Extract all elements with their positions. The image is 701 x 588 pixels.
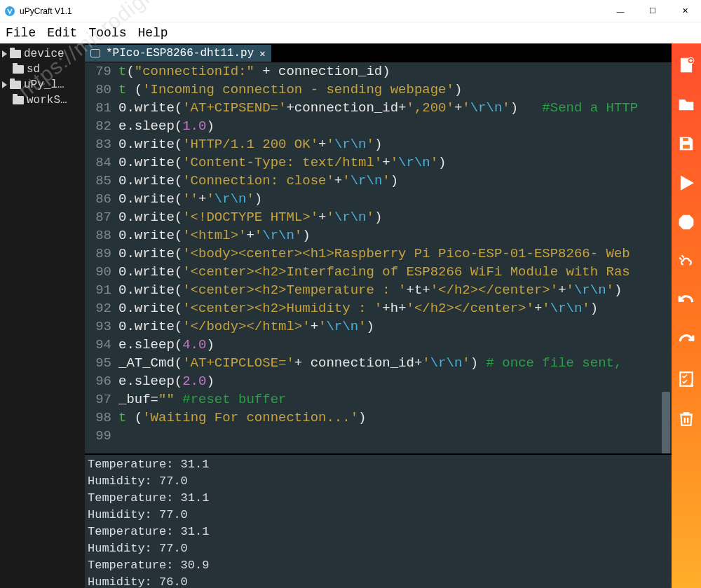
code-line[interactable]: 880.write('<html>'+'\r\n') xyxy=(85,226,672,245)
code-line[interactable]: 97_buf="" #reset buffer xyxy=(85,390,672,409)
menubar: File Edit Tools Help xyxy=(0,22,701,43)
code-line[interactable]: 930.write('</body></html>'+'\r\n') xyxy=(85,317,672,336)
line-number: 93 xyxy=(85,317,118,336)
code-line[interactable]: 79t("connectionId:" + connection_id) xyxy=(85,62,672,81)
delete-button[interactable] xyxy=(676,408,697,429)
line-number: 90 xyxy=(85,263,118,281)
line-number: 98 xyxy=(85,409,118,427)
line-number: 88 xyxy=(85,226,118,245)
line-number: 81 xyxy=(85,99,118,117)
console-line: Humidity: 76.0 xyxy=(88,574,669,588)
line-number: 85 xyxy=(85,172,118,190)
menu-tools[interactable]: Tools xyxy=(88,26,126,40)
window-title: uPyCraft V1.1 xyxy=(20,6,604,16)
run-button[interactable] xyxy=(676,172,697,193)
code-line[interactable]: 810.write('AT+CIPSEND='+connection_id+',… xyxy=(85,99,672,117)
editor-tab[interactable]: *PIco-ESP8266-dht11.py ✕ xyxy=(85,45,271,62)
new-file-button[interactable] xyxy=(676,55,697,76)
line-number: 94 xyxy=(85,336,118,354)
code-line[interactable]: 840.write('Content-Type: text/html'+'\r\… xyxy=(85,153,672,172)
open-button[interactable] xyxy=(676,94,697,115)
code-line[interactable]: 900.write('<center><h2>Interfacing of ES… xyxy=(85,263,672,281)
svg-point-0 xyxy=(5,6,15,16)
line-number: 97 xyxy=(85,390,118,409)
stop-button[interactable]: STOP xyxy=(676,212,697,233)
titlebar: uPyCraft V1.1 — ☐ ✕ xyxy=(0,0,701,22)
code-line[interactable]: 830.write('HTTP/1.1 200 OK'+'\r\n') xyxy=(85,135,672,153)
code-editor[interactable]: 79t("connectionId:" + connection_id)80t … xyxy=(85,62,672,453)
menu-file[interactable]: File xyxy=(6,26,36,40)
code-line[interactable]: 80t ('Incoming connection - sending webp… xyxy=(85,81,672,99)
line-number: 79 xyxy=(85,62,118,81)
redo-button[interactable] xyxy=(676,329,697,350)
tree-item-upy-lib[interactable]: uPy_l… xyxy=(0,77,85,93)
tree-item-sd[interactable]: sd xyxy=(0,62,85,77)
file-icon xyxy=(90,49,100,57)
svg-rect-6 xyxy=(680,372,692,386)
code-line[interactable]: 98t ('Waiting For connection...') xyxy=(85,409,672,427)
code-line[interactable]: 860.write(''+'\r\n') xyxy=(85,190,672,208)
console-line: Humidity: 77.0 xyxy=(88,473,669,490)
console-line: Humidity: 77.0 xyxy=(88,540,669,557)
code-line[interactable]: 82e.sleep(1.0) xyxy=(85,117,672,135)
code-line[interactable]: 920.write('<center><h2>Humidity : '+h+'<… xyxy=(85,299,672,317)
line-number: 91 xyxy=(85,281,118,299)
undo-button[interactable] xyxy=(676,290,697,311)
line-number: 83 xyxy=(85,135,118,153)
line-number: 80 xyxy=(85,81,118,99)
line-number: 82 xyxy=(85,117,118,135)
line-number: 86 xyxy=(85,190,118,208)
line-number: 95 xyxy=(85,354,118,372)
line-number: 96 xyxy=(85,372,118,390)
code-line[interactable]: 95_AT_Cmd('AT+CIPCLOSE='+ connection_id+… xyxy=(85,354,672,372)
code-line[interactable]: 910.write('<center><h2>Temperature : '+t… xyxy=(85,281,672,299)
tab-label: *PIco-ESP8266-dht11.py xyxy=(106,47,254,60)
menu-help[interactable]: Help xyxy=(137,26,168,40)
code-line[interactable]: 96e.sleep(2.0) xyxy=(85,372,672,390)
connect-button[interactable] xyxy=(676,251,697,272)
code-line[interactable]: 870.write('<!DOCTYPE HTML>'+'\r\n') xyxy=(85,208,672,226)
close-button[interactable]: ✕ xyxy=(669,0,701,22)
code-line[interactable]: 890.write('<body><center><h1>Raspberry P… xyxy=(85,245,672,263)
tree-item-workspace[interactable]: workS… xyxy=(0,93,85,108)
svg-rect-3 xyxy=(683,144,690,149)
tab-close-icon[interactable]: ✕ xyxy=(259,48,265,60)
save-button[interactable] xyxy=(676,133,697,154)
syntax-check-button[interactable] xyxy=(676,369,697,390)
scrollbar-thumb[interactable] xyxy=(662,392,670,453)
console-line: Temperature: 31.1 xyxy=(88,524,669,540)
file-tree: device sd uPy_l… workS… xyxy=(0,43,85,588)
line-number: 89 xyxy=(85,245,118,263)
app-icon xyxy=(4,6,15,17)
console-line: Temperature: 31.1 xyxy=(88,456,669,473)
maximize-button[interactable]: ☐ xyxy=(637,0,669,22)
line-number: 87 xyxy=(85,208,118,226)
tree-item-device[interactable]: device xyxy=(0,46,85,62)
line-number: 92 xyxy=(85,299,118,317)
line-number: 84 xyxy=(85,153,118,172)
menu-edit[interactable]: Edit xyxy=(47,26,77,40)
console-line: Temperature: 30.9 xyxy=(88,557,669,574)
minimize-button[interactable]: — xyxy=(604,0,637,22)
console-line: Temperature: 31.1 xyxy=(88,490,669,507)
code-line[interactable]: 99 xyxy=(85,427,672,445)
code-line[interactable]: 94e.sleep(4.0) xyxy=(85,336,672,354)
output-console[interactable]: Temperature: 31.1Humidity: 77.0Temperatu… xyxy=(85,453,672,588)
svg-text:STOP: STOP xyxy=(679,219,694,226)
right-toolbar: STOP xyxy=(672,43,701,588)
code-line[interactable]: 850.write('Connection: close'+'\r\n') xyxy=(85,172,672,190)
svg-rect-2 xyxy=(683,137,689,141)
tab-bar: *PIco-ESP8266-dht11.py ✕ xyxy=(85,43,672,62)
line-number: 99 xyxy=(85,427,118,445)
console-line: Humidity: 77.0 xyxy=(88,507,669,524)
